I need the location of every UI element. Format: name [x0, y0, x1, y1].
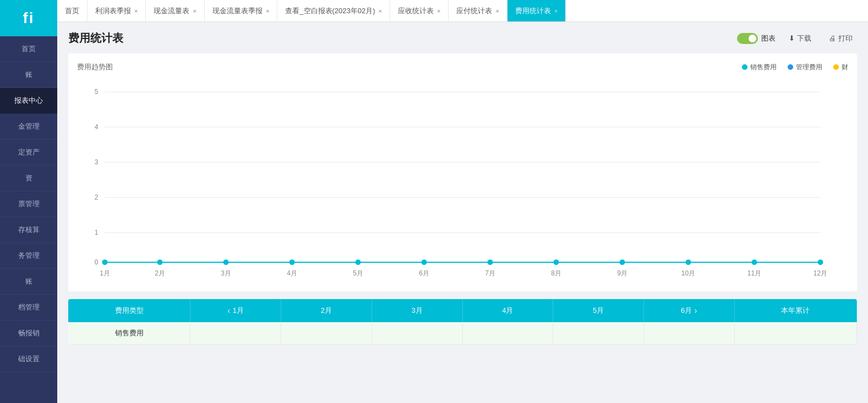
tab-receivable[interactable]: 应收统计表 ×: [390, 0, 449, 21]
td-m5: [553, 322, 644, 344]
svg-text:3: 3: [95, 158, 99, 166]
td-m4: [463, 322, 554, 344]
svg-text:4: 4: [95, 123, 99, 131]
close-icon[interactable]: ×: [554, 8, 558, 14]
svg-text:4月: 4月: [287, 269, 297, 277]
sidebar: fi 首页 账 报表中心 金管理 定资产 资 票管理 存核算 务管理 账 档管理…: [0, 0, 57, 403]
tab-cashflow-quarterly-label: 现金流量表季报: [212, 6, 263, 16]
sidebar-item-smooth-sales[interactable]: 畅报销: [0, 321, 57, 346]
data-point-12: [818, 260, 823, 265]
tab-payable-label: 应付统计表: [456, 6, 492, 16]
tab-blank-report[interactable]: 查看_空白报表(2023年02月) ×: [277, 0, 390, 21]
sidebar-item-file-mgmt[interactable]: 档管理: [0, 295, 57, 321]
table-row: 销售费用: [68, 322, 857, 345]
svg-text:12月: 12月: [814, 269, 827, 277]
tab-payable[interactable]: 应付统计表 ×: [449, 0, 507, 21]
svg-text:7月: 7月: [485, 269, 495, 277]
td-type: 销售费用: [68, 322, 190, 344]
sidebar-item-account[interactable]: 账: [0, 62, 57, 88]
legend-sales-expense: 销售费用: [742, 63, 777, 72]
sidebar-item-capital[interactable]: 资: [0, 165, 57, 191]
data-point-10: [686, 260, 691, 265]
table-header-row: 费用类型 ‹ 1月 2月 3月 4月 5月: [68, 299, 857, 322]
close-icon[interactable]: ×: [437, 8, 440, 14]
sidebar-item-invoice-mgmt[interactable]: 票管理: [0, 191, 57, 217]
close-icon[interactable]: ×: [134, 8, 138, 14]
tab-blank-report-label: 查看_空白报表(2023年02月): [285, 6, 375, 16]
nav-next-icon[interactable]: ›: [694, 306, 697, 316]
td-m1: [190, 322, 281, 344]
data-point-2: [157, 260, 163, 265]
chart-toggle[interactable]: [737, 33, 758, 44]
th-m2: 2月: [281, 299, 372, 322]
tab-expense-label: 费用统计表: [515, 6, 551, 16]
svg-text:6月: 6月: [419, 269, 429, 277]
tab-receivable-label: 应收统计表: [398, 6, 434, 16]
legend-admin-expense: 管理费用: [788, 63, 822, 72]
td-m3: [372, 322, 463, 344]
svg-text:1月: 1月: [100, 269, 110, 277]
toggle-label: 图表: [761, 34, 776, 43]
sidebar-item-sub-account[interactable]: 账: [0, 269, 57, 295]
td-ytd: [735, 322, 857, 344]
tab-expense[interactable]: 费用统计表 ×: [507, 0, 566, 21]
download-button[interactable]: ⬇ 下载: [784, 31, 816, 46]
tab-cashflow-quarterly[interactable]: 现金流量表季报 ×: [205, 0, 277, 21]
close-icon[interactable]: ×: [266, 8, 269, 14]
close-icon[interactable]: ×: [193, 8, 196, 14]
sidebar-item-service-mgmt[interactable]: 务管理: [0, 243, 57, 269]
td-m2: [281, 322, 372, 344]
main-area: 首页 利润表季报 × 现金流量表 × 现金流量表季报 × 查看_空白报表(202…: [57, 0, 868, 403]
sidebar-item-home[interactable]: 首页: [0, 36, 57, 62]
sidebar-item-report-center[interactable]: 报表中心: [0, 88, 57, 114]
legend-dot-admin: [788, 64, 793, 70]
tab-profit-quarterly[interactable]: 利润表季报 ×: [88, 0, 146, 21]
th-m2-label: 2月: [321, 306, 332, 316]
th-m6: 6月 ›: [644, 299, 735, 322]
close-icon[interactable]: ×: [379, 8, 382, 14]
svg-text:2: 2: [95, 194, 99, 201]
svg-text:5: 5: [95, 88, 99, 96]
sidebar-item-fund-mgmt[interactable]: 金管理: [0, 114, 57, 140]
tab-home-label: 首页: [65, 6, 79, 16]
td-m6: [644, 322, 735, 344]
svg-text:8月: 8月: [551, 269, 561, 277]
print-label: 打印: [838, 34, 853, 43]
close-icon[interactable]: ×: [495, 8, 499, 14]
page-title: 费用统计表: [68, 31, 123, 46]
data-point-6: [422, 260, 427, 265]
chart-toggle-wrap: 图表: [737, 33, 776, 44]
legend-label-admin: 管理费用: [796, 63, 822, 72]
th-m1-label: 1月: [233, 306, 244, 316]
download-label: 下载: [797, 34, 811, 43]
chart-svg-wrap: 5 4 3 2 1 0: [77, 78, 848, 283]
th-m1: ‹ 1月: [190, 299, 281, 322]
page-content: 费用统计表 图表 ⬇ 下载 🖨 打印 费用趋势图: [57, 22, 868, 403]
legend-dot-finance: [833, 64, 839, 70]
chart-legend: 销售费用 管理费用 财: [742, 63, 848, 72]
chart-title: 费用趋势图: [77, 62, 113, 72]
table-section: 费用类型 ‹ 1月 2月 3月 4月 5月: [68, 299, 857, 345]
tab-home[interactable]: 首页: [57, 0, 88, 21]
nav-prev-icon[interactable]: ‹: [227, 306, 230, 316]
data-point-4: [290, 260, 295, 265]
data-point-1: [102, 260, 108, 265]
print-button[interactable]: 🖨 打印: [825, 31, 857, 46]
legend-finance-expense: 财: [833, 63, 848, 72]
sidebar-item-inventory[interactable]: 存核算: [0, 217, 57, 243]
tab-cashflow[interactable]: 现金流量表 ×: [146, 0, 204, 21]
sidebar-item-base-settings[interactable]: 础设置: [0, 346, 57, 372]
svg-text:9月: 9月: [617, 269, 627, 277]
tab-bar: 首页 利润表季报 × 现金流量表 × 现金流量表季报 × 查看_空白报表(202…: [57, 0, 868, 22]
sidebar-item-fixed-assets[interactable]: 定资产: [0, 140, 57, 165]
th-m5-label: 5月: [593, 306, 604, 316]
print-icon: 🖨: [829, 34, 836, 42]
svg-text:10月: 10月: [681, 269, 695, 277]
header-actions: 图表 ⬇ 下载 🖨 打印: [737, 31, 857, 46]
chart-header: 费用趋势图 销售费用 管理费用 财: [77, 62, 848, 72]
svg-text:2月: 2月: [155, 269, 165, 277]
data-point-8: [554, 260, 559, 265]
legend-label-sales: 销售费用: [750, 63, 777, 72]
th-type-label: 费用类型: [115, 306, 144, 316]
svg-text:3月: 3月: [221, 269, 231, 277]
